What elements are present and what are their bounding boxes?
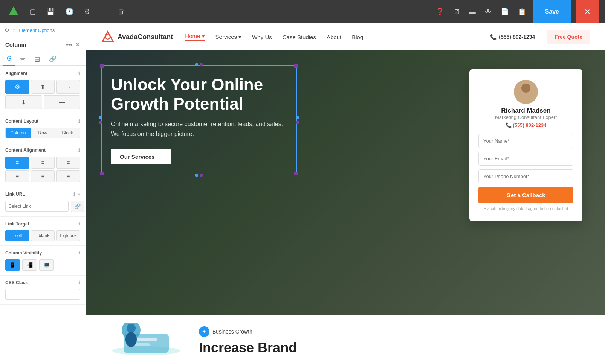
dot-purple-3	[99, 121, 102, 124]
add-icon[interactable]: ＋	[98, 5, 110, 18]
content-align-left[interactable]: ≡	[5, 157, 29, 169]
file-icon[interactable]: 📄	[498, 5, 511, 18]
css-class-info-icon[interactable]: ℹ	[78, 280, 80, 285]
trash-icon[interactable]: 🗑	[116, 6, 127, 18]
nav-blog[interactable]: Blog	[352, 34, 363, 40]
vis-mobile-btn[interactable]: 💻	[39, 259, 54, 271]
handle-tl[interactable]	[100, 64, 104, 68]
link-target-self[interactable]: _self	[5, 230, 29, 241]
content-alignment-title: Content Alignment ℹ	[5, 148, 80, 153]
content-align-right[interactable]: ≡	[56, 157, 80, 169]
handle-left[interactable]	[99, 116, 102, 124]
nav-about[interactable]: About	[327, 34, 341, 40]
handle-br[interactable]	[294, 172, 298, 175]
settings-icon[interactable]: ⚙	[5, 27, 9, 33]
alignment-info-icon[interactable]: ℹ	[78, 71, 80, 76]
logo-text: AvadaConsultant	[118, 33, 173, 41]
handle-right[interactable]	[296, 116, 299, 124]
site-nav: Home ▾ Services ▾ Why Us Case Studies Ab…	[185, 33, 478, 41]
link-url-btn[interactable]: 🔗	[71, 201, 84, 212]
panel-tabs: G ✏ ▤ 🔗	[0, 52, 86, 66]
link-target-section: Link Target ℹ _self _blank Lightbox	[0, 217, 86, 246]
tablet-icon[interactable]: ▬	[467, 6, 478, 18]
list-icon[interactable]: ≡	[12, 27, 15, 33]
tab-layout[interactable]: ▤	[31, 52, 44, 66]
bottom-svg	[108, 323, 184, 356]
content-align-5[interactable]: ≡	[31, 170, 55, 182]
svg-marker-0	[9, 6, 18, 15]
column-visibility-section: Column Visibility ℹ 📱 📲 💻	[0, 246, 86, 276]
link-url-info-icon[interactable]: ℹ	[73, 192, 75, 197]
pages-icon[interactable]: ▢	[27, 5, 38, 18]
increase-title: Increase Brand	[199, 340, 582, 356]
preview-icon[interactable]: 👁	[483, 6, 494, 18]
form-email-input[interactable]	[478, 152, 573, 166]
logo-svg	[101, 30, 115, 44]
align-btn-bottomright[interactable]: —	[44, 95, 81, 109]
content-layout-info-icon[interactable]: ℹ	[78, 119, 80, 124]
save-icon[interactable]: 💾	[44, 5, 57, 18]
align-btn-topright[interactable]: ↔	[56, 80, 80, 94]
align-btn-topleft[interactable]: ⚙	[5, 80, 29, 94]
column-visibility-info-icon[interactable]: ℹ	[78, 250, 80, 256]
svg-point-2	[105, 35, 110, 39]
elements-icon[interactable]: ⚙	[82, 5, 92, 18]
site-logo[interactable]: AvadaConsultant	[101, 30, 173, 44]
layout-block-btn[interactable]: Block	[55, 128, 80, 138]
nav-why-us[interactable]: Why Us	[252, 34, 272, 40]
link-target-blank[interactable]: _blank	[31, 230, 55, 241]
history-icon[interactable]: 🕐	[63, 5, 76, 18]
panel-title-actions[interactable]: ••• ✕	[66, 41, 80, 48]
nav-case-studies[interactable]: Case Studies	[283, 34, 316, 40]
nav-home[interactable]: Home ▾	[185, 33, 205, 41]
form-submit-button[interactable]: Get a Callback	[478, 187, 573, 203]
handle-bl[interactable]	[100, 172, 104, 175]
dot-blue-1	[195, 63, 198, 66]
align-btn-bottomleft[interactable]: ⬇	[5, 95, 42, 109]
free-quote-button[interactable]: Free Quote	[547, 30, 590, 44]
svg-rect-9	[135, 338, 157, 341]
hero-cta-button[interactable]: Our Services →	[111, 149, 171, 164]
tab-design[interactable]: ✏	[17, 52, 29, 66]
css-class-input[interactable]	[5, 289, 80, 300]
content-align-6[interactable]: ≡	[56, 170, 80, 182]
hero-subtitle: Online marketing to secure customer rete…	[111, 119, 287, 139]
panel-close-icon[interactable]: ✕	[75, 41, 80, 48]
desktop-icon[interactable]: 🖥	[451, 6, 462, 18]
form-phone-icon: 📞	[506, 122, 512, 128]
link-target-info-icon[interactable]: ℹ	[78, 221, 80, 227]
bottom-right-content: ✦ Business Growth Increase Brand	[199, 323, 582, 356]
save-button[interactable]: Save	[533, 0, 571, 23]
content-align-center[interactable]: ≡	[31, 157, 55, 169]
form-phone-input[interactable]	[478, 169, 573, 183]
content-alignment-info-icon[interactable]: ℹ	[78, 148, 80, 153]
dot-blue-2	[195, 174, 198, 177]
handle-top[interactable]	[195, 63, 203, 66]
form-name-input[interactable]	[478, 134, 573, 148]
handle-tr[interactable]	[294, 64, 298, 68]
layout-row-btn[interactable]: Row	[31, 128, 55, 138]
link-url-extra-icon[interactable]: ≡	[78, 192, 80, 197]
nav-services[interactable]: Services ▾	[215, 34, 242, 40]
close-button[interactable]: ✕	[576, 0, 599, 23]
handle-bottom[interactable]	[195, 174, 203, 177]
vis-tablet-btn[interactable]: 📲	[22, 259, 37, 271]
content-alignment-section: Content Alignment ℹ ≡ ≡ ≡ ≡ ≡ ≡	[0, 143, 86, 187]
link-url-input[interactable]	[5, 201, 69, 212]
layout-column-btn[interactable]: Column	[6, 128, 31, 138]
vis-desktop-btn[interactable]: 📱	[5, 259, 20, 271]
file2-icon[interactable]: 📋	[516, 5, 529, 18]
tab-link[interactable]: 🔗	[45, 52, 60, 66]
column-visibility-title: Column Visibility ℹ	[5, 250, 80, 256]
brand-icon[interactable]	[6, 3, 21, 20]
panel-title-row: Column ••• ✕	[0, 37, 86, 52]
more-icon[interactable]: •••	[66, 41, 72, 48]
align-btn-topcenter[interactable]: ⬆	[31, 80, 55, 94]
help-icon[interactable]: ❓	[434, 5, 446, 18]
avatar-svg	[514, 80, 538, 104]
tab-general[interactable]: G	[3, 52, 15, 66]
link-target-lightbox[interactable]: Lightbox	[56, 230, 80, 241]
content-align-4[interactable]: ≡	[5, 170, 29, 182]
content-layout-group: Column Row Block	[5, 128, 80, 138]
content-alignment-grid: ≡ ≡ ≡ ≡ ≡ ≡	[5, 157, 80, 182]
